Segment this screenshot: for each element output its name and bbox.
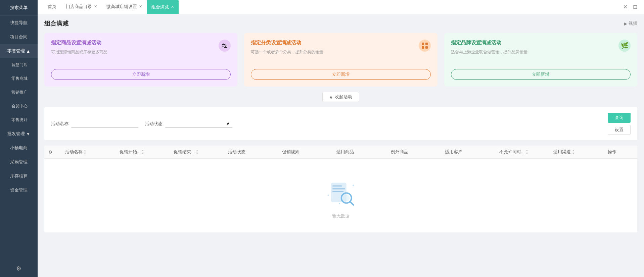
sidebar-item-marketing[interactable]: 营销推广: [0, 86, 38, 99]
sort-arrows-no-concurrent: ▲▼: [526, 149, 528, 155]
table-header: ⚙ 活动名称 ▲▼ 促销开始... ▲▼ 促销结束... ▲▼ 活动状态: [44, 146, 637, 159]
activity-status-select[interactable]: ∨: [165, 120, 232, 128]
tab-combo-discount-label: 组合满减: [151, 4, 169, 10]
sidebar-item-inventory[interactable]: 库存核算: [0, 169, 38, 183]
page-title: 组合满减: [44, 19, 68, 27]
activity-status-field: 活动状态 ∨: [145, 120, 232, 128]
video-label: 视频: [629, 20, 637, 26]
brand-card-desc: 适合与上游企业联合做营销，提升品牌销量: [451, 49, 631, 62]
th-promo-rule: 促销规则: [278, 149, 332, 155]
th-applicable-customer-label: 适用客户: [445, 149, 462, 155]
product-card-desc: 可指定滞销商品或库存较多商品: [51, 49, 231, 62]
sidebar-item-retail-mall[interactable]: 零售商城: [0, 72, 38, 86]
restore-window-button[interactable]: ⊡: [632, 2, 639, 11]
sidebar-item-wholesale-mgmt[interactable]: 批发管理 ▼: [0, 127, 38, 141]
page-content: 组合满减 ▶ 视频 指定商品设置满减活动 🛍 可指定滞销商品或库存较多商品 立即…: [38, 14, 644, 277]
query-button[interactable]: 查询: [608, 113, 631, 123]
retail-mgmt-label: 零售管理: [7, 48, 25, 54]
svg-text:🛍: 🛍: [222, 42, 228, 49]
th-promo-start[interactable]: 促销开始... ▲▼: [116, 149, 170, 155]
svg-point-2: [419, 40, 431, 52]
svg-rect-3: [422, 43, 424, 45]
svg-text:🌿: 🌿: [621, 42, 629, 49]
sidebar-item-smart-store[interactable]: 智慧门店: [0, 58, 38, 72]
th-gear[interactable]: ⚙: [44, 150, 61, 155]
sidebar-item-retail-stats[interactable]: 零售统计: [0, 113, 38, 127]
svg-line-15: [350, 202, 354, 205]
sidebar-item-quick-nav[interactable]: 快捷导航: [0, 16, 38, 30]
svg-point-17: [353, 185, 354, 186]
tab-combo-discount-close[interactable]: ✕: [171, 5, 174, 9]
svg-point-16: [339, 203, 340, 204]
collapse-button[interactable]: ∧ 收起活动: [322, 92, 359, 102]
th-activity-status-label: 活动状态: [228, 149, 245, 155]
tab-wechat-settings-label: 微商城店铺设置: [106, 4, 137, 10]
tab-bar: 首页 门店商品目录 ✕ 微商城店铺设置 ✕ 组合满减 ✕ ✕ ⊡: [38, 0, 644, 14]
product-card-add-btn[interactable]: 立即新增: [51, 69, 231, 80]
cards-container: 指定商品设置满减活动 🛍 可指定滞销商品或库存较多商品 立即新增 指定分类设置满…: [44, 33, 637, 87]
sidebar-item-finance[interactable]: 资金管理: [0, 183, 38, 197]
svg-point-14: [343, 195, 350, 202]
th-promo-start-label: 促销开始...: [120, 149, 141, 155]
collapse-label: 收起活动: [335, 94, 352, 100]
tab-bar-actions: ✕ ⊡: [622, 2, 639, 11]
sidebar-item-retail-mgmt[interactable]: 零售管理 ▲: [0, 44, 38, 58]
empty-text: 暂无数据: [332, 213, 350, 219]
collapse-chevron-icon: ∧: [329, 95, 333, 100]
sidebar-search[interactable]: 搜索菜单: [0, 0, 38, 16]
sort-arrows-promo-end: ▲▼: [196, 149, 198, 155]
th-applicable-channel[interactable]: 适用渠道 ▲▼: [549, 149, 604, 155]
filter-area: 活动名称 活动状态 ∨ 查询 设置: [44, 107, 637, 140]
brand-card: 指定品牌设置满减活动 🌿 适合与上游企业联合做营销，提升品牌销量 立即新增: [444, 33, 637, 87]
wholesale-mgmt-arrow: ▼: [26, 131, 31, 136]
dropdown-arrow-icon: ∨: [226, 121, 230, 126]
category-card-icon: [419, 40, 431, 54]
svg-rect-12: [332, 191, 343, 192]
page-header: 组合满减 ▶ 视频: [44, 19, 637, 27]
brand-card-icon: 🌿: [618, 40, 631, 54]
tab-combo-discount[interactable]: 组合满减 ✕: [147, 0, 179, 14]
sidebar-item-project-contract[interactable]: 项目合同: [0, 30, 38, 44]
tab-wechat-settings-close[interactable]: ✕: [139, 4, 142, 9]
tab-store-catalog-close[interactable]: ✕: [94, 4, 97, 9]
th-activity-name[interactable]: 活动名称 ▲▼: [61, 149, 116, 155]
play-circle-icon: ▶: [624, 21, 627, 26]
svg-rect-5: [422, 46, 424, 49]
th-operations-label: 操作: [608, 149, 616, 155]
activity-name-field: 活动名称: [51, 120, 138, 128]
filter-row: 活动名称 活动状态 ∨ 查询 设置: [51, 113, 631, 135]
table-area: ⚙ 活动名称 ▲▼ 促销开始... ▲▼ 促销结束... ▲▼ 活动状态: [44, 146, 637, 232]
collapse-bar: ∧ 收起活动: [44, 92, 637, 102]
tab-store-catalog[interactable]: 门店商品目录 ✕: [61, 0, 102, 14]
empty-state: 暂无数据: [44, 159, 637, 232]
wholesale-mgmt-label: 批发管理: [7, 131, 25, 137]
th-activity-name-label: 活动名称: [65, 149, 83, 155]
th-operations: 操作: [604, 149, 637, 155]
brand-card-add-btn[interactable]: 立即新增: [451, 69, 631, 80]
th-promo-end[interactable]: 促销结束... ▲▼: [170, 149, 224, 155]
sidebar-item-xiaochang[interactable]: 小畅电商: [0, 141, 38, 155]
retail-mgmt-arrow: ▲: [26, 49, 31, 54]
category-card-title: 指定分类设置满减活动: [251, 40, 430, 46]
tab-home[interactable]: 首页: [43, 0, 61, 14]
settings-gear-icon[interactable]: ⚙: [16, 265, 21, 272]
video-link[interactable]: ▶ 视频: [624, 20, 637, 26]
activity-status-label: 活动状态: [145, 121, 163, 127]
tab-wechat-settings[interactable]: 微商城店铺设置 ✕: [102, 0, 147, 14]
activity-name-label: 活动名称: [51, 121, 68, 127]
settings-button[interactable]: 设置: [608, 125, 631, 135]
sidebar-item-member-center[interactable]: 会员中心: [0, 99, 38, 113]
th-no-concurrent-label: 不允许同时...: [499, 149, 525, 155]
activity-name-input[interactable]: [71, 120, 138, 128]
th-promo-end-label: 促销结束...: [174, 149, 195, 155]
category-card-desc: 可选一个或者多个分类，提升分类的销量: [251, 49, 430, 62]
sidebar-item-purchase-mgmt[interactable]: 采购管理: [0, 155, 38, 169]
main-area: 首页 门店商品目录 ✕ 微商城店铺设置 ✕ 组合满减 ✕ ✕ ⊡ 组合满减 ▶ …: [38, 0, 644, 277]
category-card-add-btn[interactable]: 立即新增: [251, 69, 430, 80]
th-no-concurrent[interactable]: 不允许同时... ▲▼: [495, 149, 550, 155]
filter-actions: 查询 设置: [608, 113, 631, 135]
tab-home-label: 首页: [48, 4, 56, 10]
gear-icon: ⚙: [48, 150, 52, 155]
th-applicable-channel-label: 适用渠道: [553, 149, 571, 155]
close-window-button[interactable]: ✕: [622, 2, 629, 11]
